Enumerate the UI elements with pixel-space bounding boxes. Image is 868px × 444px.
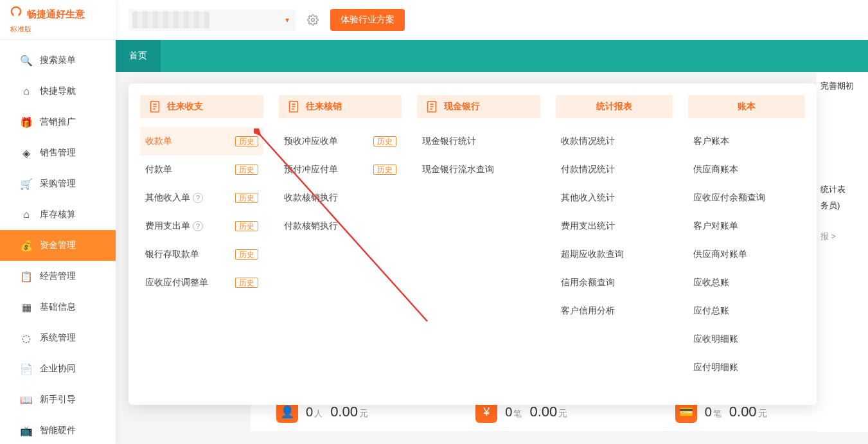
stat-value-unit: 元 xyxy=(558,408,567,418)
menu-item[interactable]: 收款单历史 xyxy=(140,127,263,155)
history-tag[interactable]: 历史 xyxy=(373,136,396,147)
menu-item-label: 付款核销执行 xyxy=(284,220,338,232)
menu-item-label: 应收明细账 xyxy=(693,333,738,345)
enterprise-icon: 📄 xyxy=(21,363,32,375)
quicknav-icon: ⌂ xyxy=(21,85,32,97)
doc-icon xyxy=(287,100,301,114)
menu-item[interactable]: 信用余额查询 xyxy=(556,269,673,297)
sidebar-item-finance[interactable]: 💰资金管理 xyxy=(0,230,116,261)
menu-item[interactable]: 客户信用分析 xyxy=(556,297,673,325)
menu-item[interactable]: 应收明细账 xyxy=(688,325,805,353)
history-tag[interactable]: 历史 xyxy=(235,278,258,288)
help-icon[interactable]: ? xyxy=(193,221,203,231)
menu-item[interactable]: 应付明细账 xyxy=(688,353,805,382)
menu-item[interactable]: 客户账本 xyxy=(688,127,805,155)
stat-value: 0.00 xyxy=(529,404,557,420)
menu-item-label: 其他收入统计 xyxy=(561,192,615,204)
gear-icon[interactable] xyxy=(303,10,323,30)
sidebar-item-quicknav[interactable]: ⌂快捷导航 xyxy=(0,76,116,107)
menu-item[interactable]: 供应商账本 xyxy=(688,155,805,184)
menu-item[interactable]: 供应商对账单 xyxy=(688,240,805,269)
sidebar-item-label: 系统管理 xyxy=(40,332,76,344)
sidebar-item-label: 营销推广 xyxy=(40,116,76,128)
menu-item[interactable]: 付款单历史 xyxy=(140,155,263,184)
history-tag[interactable]: 历史 xyxy=(373,164,396,175)
menu-item[interactable]: 应收应付调整单历史 xyxy=(140,269,263,297)
history-tag[interactable]: 历史 xyxy=(235,221,258,231)
menu-column-reports: 统计报表收款情况统计付款情况统计其他收入统计费用支出统计超期应收款查询信用余额查… xyxy=(552,95,677,382)
menu-item-label: 供应商对账单 xyxy=(693,249,747,260)
column-header-reports: 统计报表 xyxy=(556,95,673,118)
menu-item[interactable]: 收款情况统计 xyxy=(556,127,673,155)
history-tag[interactable]: 历史 xyxy=(235,136,258,147)
help-icon[interactable]: ? xyxy=(193,193,203,203)
menu-column-cashbank: 现金银行现金银行统计现金银行流水查询 xyxy=(413,95,544,382)
stat-count: 0 xyxy=(505,405,512,419)
inventory-icon: ⌂ xyxy=(21,209,32,220)
menu-item[interactable]: 应收应付余额查询 xyxy=(688,184,805,212)
chevron-down-icon: ▾ xyxy=(285,15,289,24)
menu-item[interactable]: 费用支出统计 xyxy=(556,212,673,240)
stat-count: 0 xyxy=(705,405,712,419)
hint-text-4[interactable]: 报 > xyxy=(820,230,864,244)
column-header-payment: 往来收支 xyxy=(140,95,263,118)
menu-item[interactable]: 预付冲应付单历史 xyxy=(279,155,402,184)
stat-value: 0.00 xyxy=(330,404,358,420)
sidebar-item-basic[interactable]: ▦基础信息 xyxy=(0,292,116,323)
menu-item[interactable]: 费用支出单?历史 xyxy=(140,212,263,240)
menu-item[interactable]: 现金银行统计 xyxy=(417,127,540,155)
menu-item[interactable]: 其他收入统计 xyxy=(556,184,673,212)
menu-item[interactable]: 超期应收款查询 xyxy=(556,240,673,269)
sidebar-item-system[interactable]: ◌系统管理 xyxy=(0,323,116,353)
industry-plan-button[interactable]: 体验行业方案 xyxy=(330,9,405,31)
history-tag[interactable]: 历史 xyxy=(235,249,258,260)
nav: 🔍搜索菜单⌂快捷导航🎁营销推广◈销售管理🛒采购管理⌂库存核算💰资金管理📋经营管理… xyxy=(0,40,116,444)
menu-item[interactable]: 客户对账单 xyxy=(688,212,805,240)
menu-item[interactable]: 付款核销执行 xyxy=(279,212,402,240)
menu-item-label: 收款核销执行 xyxy=(284,192,338,204)
column-title: 往来核销 xyxy=(306,101,342,112)
basic-icon: ▦ xyxy=(21,301,32,313)
sidebar-item-marketing[interactable]: 🎁营销推广 xyxy=(0,107,116,138)
sidebar-item-sales[interactable]: ◈销售管理 xyxy=(0,138,116,168)
menu-item-label: 信用余额查询 xyxy=(561,277,615,289)
sidebar-item-label: 库存核算 xyxy=(40,209,76,220)
sidebar-item-purchase[interactable]: 🛒采购管理 xyxy=(0,168,116,199)
menu-column-ledger: 账本客户账本供应商账本应收应付余额查询客户对账单供应商对账单应收总账应付总账应收… xyxy=(684,95,809,382)
history-tag[interactable]: 历史 xyxy=(235,193,258,203)
menu-item[interactable]: 预收冲应收单历史 xyxy=(279,127,402,155)
sidebar-item-operation[interactable]: 📋经营管理 xyxy=(0,261,116,292)
history-tag[interactable]: 历史 xyxy=(235,164,258,175)
sidebar-item-enterprise[interactable]: 📄企业协同 xyxy=(0,353,116,384)
menu-item-label: 供应商账本 xyxy=(693,164,738,175)
sales-icon: ◈ xyxy=(21,147,32,159)
menu-item[interactable]: 应付总账 xyxy=(688,297,805,325)
stat-count-unit: 笔 xyxy=(713,409,722,418)
menu-item-label: 预付冲应付单 xyxy=(284,164,338,175)
menu-item[interactable]: 其他收入单?历史 xyxy=(140,184,263,212)
menu-item[interactable]: 应收总账 xyxy=(688,269,805,297)
tab-home[interactable]: 首页 xyxy=(116,40,161,72)
menu-item[interactable]: 收款核销执行 xyxy=(279,184,402,212)
sidebar-item-guide[interactable]: 📖新手引导 xyxy=(0,384,116,415)
menu-item-label: 应收应付余额查询 xyxy=(693,192,765,204)
stat-count: 0 xyxy=(306,405,313,419)
menu-item[interactable]: 银行存取款单历史 xyxy=(140,240,263,269)
sidebar-item-search[interactable]: 🔍搜索菜单 xyxy=(0,45,116,76)
menu-item-label: 其他收入单? xyxy=(145,192,203,204)
sidebar-item-hardware[interactable]: 📺智能硬件 xyxy=(0,415,116,444)
menu-item[interactable]: 付款情况统计 xyxy=(556,155,673,184)
sidebar-item-inventory[interactable]: ⌂库存核算 xyxy=(0,199,116,230)
menu-item[interactable]: 现金银行流水查询 xyxy=(417,155,540,184)
business-selector[interactable]: ▾ xyxy=(128,9,296,31)
stat-value: 0.00 xyxy=(729,404,757,420)
menu-item-label: 现金银行统计 xyxy=(422,136,476,147)
menu-item-label: 付款情况统计 xyxy=(561,164,615,175)
menu-item-label: 客户对账单 xyxy=(693,220,738,232)
sidebar-item-label: 企业协同 xyxy=(40,363,76,375)
column-title: 现金银行 xyxy=(444,101,480,112)
menu-item-label: 客户账本 xyxy=(693,136,729,147)
stat-value-unit: 元 xyxy=(758,408,767,418)
svg-point-0 xyxy=(312,19,315,22)
finance-icon: 💰 xyxy=(21,240,32,251)
